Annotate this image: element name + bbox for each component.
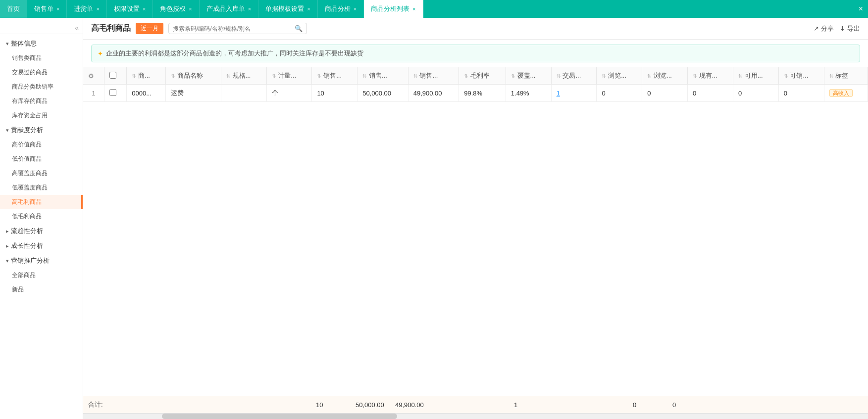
sort-icon: ⇅ — [464, 73, 469, 79]
sidebar-item-0[interactable]: 高价值商品 — [0, 138, 83, 152]
info-banner: ✦ 企业的主要的利润都是这部分商品创造的，可考虑加大推广，同时关注库存是不要出现… — [91, 45, 860, 62]
sidebar-item-3[interactable]: 有库存的商品 — [0, 94, 83, 108]
column-label-4: 规格... — [233, 72, 251, 79]
sidebar-group-1[interactable]: ▾贡献度分析 — [0, 123, 83, 138]
sidebar-group-0[interactable]: ▾整体信息 — [0, 36, 83, 51]
search-icon: 🔍 — [295, 25, 303, 32]
table-header-col-12[interactable]: ⇅ 浏览... — [597, 67, 642, 85]
nav-item-销售单[interactable]: 销售单 × — [27, 0, 67, 18]
close-icon[interactable]: × — [307, 6, 310, 12]
nav-item-首页[interactable]: 首页 — [0, 0, 27, 18]
sidebar-group-label: 贡献度分析 — [11, 126, 43, 135]
table-header-col-6[interactable]: ⇅ 销售... — [312, 67, 357, 85]
table-header-col-13[interactable]: ⇅ 浏览... — [642, 67, 688, 85]
sidebar-item-0[interactable]: 全部商品 — [0, 268, 83, 282]
select-all-checkbox[interactable] — [109, 72, 116, 79]
export-button[interactable]: ⬇ 导出 — [840, 24, 860, 33]
horizontal-scrollbar[interactable] — [83, 413, 868, 419]
nav-item-产成品入库单[interactable]: 产成品入库单 × — [200, 0, 258, 18]
table-cell-0-4 — [221, 85, 266, 102]
table-header-col-8[interactable]: ⇅ 销售... — [408, 67, 459, 85]
footer-cell-10: 1 — [509, 401, 549, 409]
column-label-3: 商品名称 — [177, 72, 203, 79]
sidebar-group-2[interactable]: ▸流趋性分析 — [0, 224, 83, 238]
table-header-col-15[interactable]: ⇅ 可用... — [733, 67, 778, 85]
sidebar: «▾整体信息销售类商品交易过的商品商品分类助销率有库存的商品库存资金占用▾贡献度… — [0, 18, 83, 419]
footer-cell-12 — [588, 401, 628, 409]
table-header-col-14[interactable]: ⇅ 现有... — [688, 67, 733, 85]
nav-item-商品分析[interactable]: 商品分析 × — [318, 0, 364, 18]
sidebar-item-1[interactable]: 交易过的商品 — [0, 65, 83, 80]
table-header-col-3[interactable]: ⇅ 商品名称 — [166, 67, 221, 85]
footer-label: 合计: — [88, 400, 108, 409]
share-button[interactable]: ↗ 分享 — [814, 24, 834, 33]
footer-cell-13: 0 — [628, 401, 667, 409]
share-icon: ↗ — [814, 25, 819, 32]
nav-item-商品分析列表[interactable]: 商品分析列表 × — [364, 0, 423, 18]
column-label-5: 计量... — [278, 72, 296, 79]
sidebar-group-3[interactable]: ▸成长性分析 — [0, 238, 83, 253]
close-all-tabs-button[interactable]: × — [854, 4, 868, 13]
sidebar-item-2[interactable]: 商品分类助销率 — [0, 80, 83, 94]
sort-icon: ⇅ — [511, 73, 516, 79]
nav-item-进货单[interactable]: 进货单 × — [67, 0, 106, 18]
nav-item-角色授权[interactable]: 角色授权 × — [153, 0, 199, 18]
table-header-col-7[interactable]: ⇅ 销售... — [357, 67, 408, 85]
settings-icon[interactable]: ⚙ — [88, 72, 94, 80]
close-icon[interactable]: × — [354, 6, 357, 12]
footer-cell-2 — [192, 401, 232, 409]
table-cell-0-2: 0000... — [127, 85, 166, 102]
sort-icon: ⇅ — [784, 73, 789, 79]
table-cell-0-3: 运费 — [166, 85, 221, 102]
row-checkbox[interactable] — [109, 89, 116, 96]
sort-icon: ⇅ — [413, 73, 419, 79]
close-icon[interactable]: × — [248, 6, 251, 12]
table-header-col-2[interactable]: ⇅ 商... — [127, 67, 166, 85]
table-header-col-1[interactable] — [104, 67, 127, 85]
top-navigation: 首页销售单 ×进货单 ×权限设置 ×角色授权 ×产成品入库单 ×单据模板设置 ×… — [0, 0, 868, 18]
footer-cells: 1050,000.0049,900.00100 — [113, 401, 863, 409]
table-footer: 合计: 1050,000.0049,900.00100 — [83, 396, 868, 413]
close-icon[interactable]: × — [56, 6, 59, 12]
header-actions: ↗ 分享 ⬇ 导出 — [814, 24, 860, 33]
sidebar-item-4[interactable]: 库存资金占用 — [0, 108, 83, 123]
nav-item-权限设置[interactable]: 权限设置 × — [107, 0, 153, 18]
search-input[interactable] — [173, 25, 295, 32]
table-header-col-4[interactable]: ⇅ 规格... — [221, 67, 266, 85]
sidebar-item-0[interactable]: 销售类商品 — [0, 51, 83, 65]
sidebar-item-3[interactable]: 低覆盖度商品 — [0, 181, 83, 195]
table-header-col-10[interactable]: ⇅ 覆盖... — [506, 67, 551, 85]
filter-button[interactable]: 近一月 — [136, 23, 163, 34]
scrollbar-thumb[interactable] — [162, 414, 398, 419]
close-icon[interactable]: × — [96, 6, 99, 12]
close-icon[interactable]: × — [189, 6, 192, 12]
table-wrapper: ⚙⇅ 商...⇅ 商品名称⇅ 规格...⇅ 计量...⇅ 销售...⇅ 销售..… — [83, 67, 868, 396]
sidebar-collapse-button[interactable]: « — [0, 22, 83, 34]
sidebar-group-4[interactable]: ▾营销推广分析 — [0, 253, 83, 268]
sidebar-group-label: 整体信息 — [11, 39, 37, 48]
table-header-col-5[interactable]: ⇅ 计量... — [266, 67, 312, 85]
sidebar-item-2[interactable]: 高覆盖度商品 — [0, 166, 83, 181]
column-label-6: 销售... — [323, 72, 342, 79]
table-cell-0-9: 99.8% — [459, 85, 506, 102]
footer-cell-3 — [232, 401, 271, 409]
column-label-7: 销售... — [369, 72, 387, 79]
table-header-col-9[interactable]: ⇅ 毛利率 — [459, 67, 506, 85]
close-icon[interactable]: × — [412, 6, 415, 12]
table-header-col-17[interactable]: ⇅ 标签 — [824, 67, 868, 85]
sidebar-item-1[interactable]: 低价值商品 — [0, 152, 83, 166]
table-header-col-16[interactable]: ⇅ 可销... — [778, 67, 824, 85]
sidebar-item-4[interactable]: 高毛利商品 — [0, 195, 83, 209]
sidebar-group-label: 营销推广分析 — [11, 256, 50, 265]
nav-item-单据模板设置[interactable]: 单据模板设置 × — [258, 0, 317, 18]
table-header-col-11[interactable]: ⇅ 交易... — [551, 67, 597, 85]
link-value[interactable]: 1 — [557, 90, 560, 97]
search-box: 🔍 — [168, 23, 307, 34]
table-header-col-0[interactable]: ⚙ — [83, 67, 104, 85]
chevron-down-icon: ▾ — [6, 41, 9, 47]
close-icon[interactable]: × — [143, 6, 146, 12]
sidebar-item-5[interactable]: 低毛利商品 — [0, 209, 83, 224]
sidebar-item-1[interactable]: 新品 — [0, 282, 83, 297]
column-label-9: 毛利率 — [470, 72, 490, 79]
sort-icon: ⇅ — [272, 73, 277, 79]
